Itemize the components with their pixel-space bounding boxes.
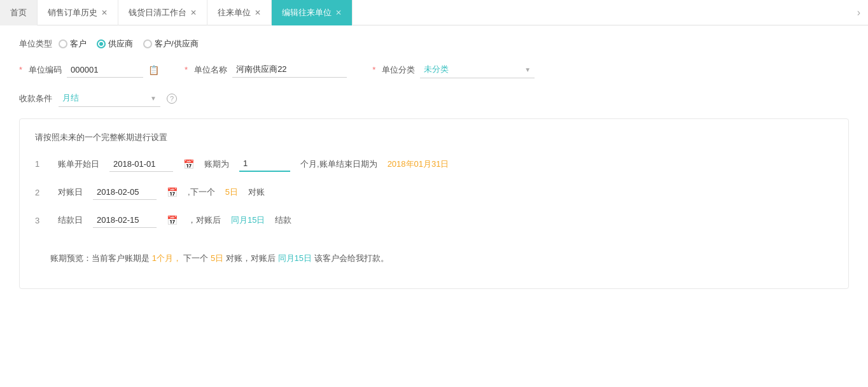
radio-customer-circle [59, 39, 67, 48]
radio-supplier-circle [97, 39, 106, 48]
unit-code-input[interactable] [67, 62, 143, 78]
tab-partner-close[interactable]: ✕ [255, 8, 261, 17]
tab-cashier-label: 钱货日清工作台 [129, 7, 186, 18]
tab-edit-partner[interactable]: 编辑往来单位 ✕ [272, 0, 353, 25]
payment-terms-dropdown[interactable]: 月结 ▼ [59, 90, 160, 107]
row-1-num: 1 [35, 159, 48, 169]
radio-customer-supplier[interactable]: 客户/供应商 [143, 38, 199, 50]
tab-home[interactable]: 首页 [0, 0, 38, 25]
unit-category-arrow-icon: ▼ [524, 66, 531, 73]
row-3-highlight: 同月15日 [231, 215, 265, 226]
row-1-label: 账单开始日 [58, 158, 99, 170]
row-3-prefix: ，对账后 [188, 215, 221, 226]
tab-home-label: 首页 [10, 7, 27, 18]
radio-customer-supplier-circle [143, 39, 152, 48]
unit-name-input[interactable] [232, 62, 347, 78]
tabs-bar: 首页 销售订单历史 ✕ 钱货日清工作台 ✕ 往来单位 ✕ 编辑往来单位 ✕ › [0, 0, 868, 25]
unit-category-dropdown[interactable]: 未分类 ▼ [420, 61, 535, 78]
tabs-scroll-right[interactable]: › [850, 7, 868, 18]
preview-period: 1个月， [152, 253, 181, 263]
row-1-period-unit: 个月,账单结束日期为 [300, 158, 377, 170]
unit-type-row: 单位类型 客户 供应商 客户/供应商 [19, 38, 849, 50]
unit-type-label: 单位类型 [19, 38, 52, 50]
row-1-end-date: 2018年01月31日 [388, 158, 449, 170]
row-3-num: 3 [35, 216, 48, 225]
main-content: 单位类型 客户 供应商 客户/供应商 * 单位编码 📋 * 单位名称 [0, 25, 868, 387]
radio-supplier-label: 供应商 [108, 38, 133, 50]
unit-category-label: 单位分类 [382, 64, 415, 76]
payment-terms-row: 收款条件 月结 ▼ ? [19, 90, 849, 107]
radio-customer-supplier-label: 客户/供应商 [155, 38, 199, 50]
row-1-date-input[interactable] [109, 157, 173, 172]
tab-sales-order-close[interactable]: ✕ [101, 8, 108, 17]
unit-category-field: * 单位分类 未分类 ▼ [372, 61, 535, 78]
preview-prefix: 账期预览：当前客户账期是 [50, 253, 150, 263]
preview-text2: 对账，对账后 [226, 253, 276, 263]
row-2-prefix: ,下一个 [188, 186, 215, 198]
payment-terms-label: 收款条件 [19, 93, 52, 104]
help-icon[interactable]: ? [167, 94, 177, 104]
row-3-calendar-icon[interactable]: 📅 [167, 215, 178, 225]
payment-terms-arrow-icon: ▼ [150, 95, 157, 102]
unit-code-label: 单位编码 [29, 64, 62, 76]
settings-row-2: 2 对账日 📅 ,下一个 5日 对账 [35, 185, 833, 200]
unit-name-field: * 单位名称 [185, 62, 347, 78]
row-2-label: 对账日 [58, 186, 83, 198]
unit-category-required-star: * [372, 65, 375, 74]
preview-section: 账期预览：当前客户账期是 1个月， 下一个 5日 对账，对账后 同月15日 该客… [35, 241, 833, 276]
row-2-date-input[interactable] [93, 185, 157, 200]
settings-row-3: 3 结款日 📅 ，对账后 同月15日 结款 [35, 213, 833, 228]
row-1-suffix-text: 账期为 [204, 158, 229, 170]
row-3-date-input[interactable] [93, 213, 157, 228]
settings-title: 请按照未来的一个完整帐期进行设置 [35, 132, 833, 143]
unit-code-field: * 单位编码 📋 [19, 62, 159, 78]
preview-mid: 下一个 [183, 253, 208, 263]
tab-cashier-close[interactable]: ✕ [190, 8, 197, 17]
preview-suffix: 该客户会给我打款。 [314, 253, 389, 263]
tab-cashier[interactable]: 钱货日清工作台 ✕ [118, 0, 207, 25]
unit-name-required-star: * [185, 65, 188, 74]
tab-partner[interactable]: 往来单位 ✕ [207, 0, 272, 25]
unit-name-label: 单位名称 [194, 64, 227, 76]
row-2-suffix: 对账 [248, 186, 265, 198]
fields-row-main: * 单位编码 📋 * 单位名称 * 单位分类 未分类 ▼ [19, 61, 849, 78]
row-2-highlight: 5日 [225, 186, 238, 198]
unit-code-required-star: * [19, 65, 22, 74]
row-3-label: 结款日 [58, 215, 83, 226]
tab-edit-partner-label: 编辑往来单位 [282, 7, 332, 18]
preview-pay: 同月15日 [278, 253, 312, 263]
tab-edit-partner-close[interactable]: ✕ [335, 8, 342, 17]
row-1-calendar-icon[interactable]: 📅 [183, 159, 194, 169]
tab-sales-order[interactable]: 销售订单历史 ✕ [38, 0, 118, 25]
payment-terms-value: 月结 [62, 92, 148, 104]
settings-box: 请按照未来的一个完整帐期进行设置 1 账单开始日 📅 账期为 个月,账单结束日期… [19, 118, 849, 289]
row-2-num: 2 [35, 188, 48, 197]
radio-supplier[interactable]: 供应商 [97, 38, 133, 50]
tab-sales-order-label: 销售订单历史 [48, 7, 97, 18]
radio-customer[interactable]: 客户 [59, 38, 87, 50]
row-3-suffix: 结款 [275, 215, 291, 226]
preview-day: 5日 [211, 253, 223, 263]
settings-row-1: 1 账单开始日 📅 账期为 个月,账单结束日期为 2018年01月31日 [35, 156, 833, 172]
unit-category-value: 未分类 [424, 64, 522, 75]
radio-customer-label: 客户 [70, 38, 87, 50]
row-1-period-input[interactable] [239, 156, 290, 172]
unit-type-radio-group: 客户 供应商 客户/供应商 [59, 38, 199, 50]
tab-partner-label: 往来单位 [218, 7, 251, 18]
row-2-calendar-icon[interactable]: 📅 [167, 187, 178, 197]
unit-code-icon[interactable]: 📋 [148, 65, 159, 75]
